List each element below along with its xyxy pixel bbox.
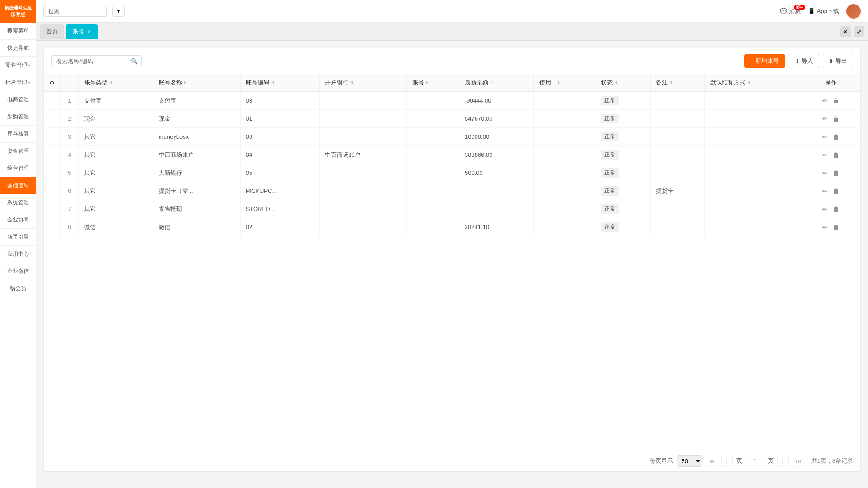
col-bank[interactable]: 开户银行 ⇅ — [319, 74, 406, 92]
page-content: 🔍 + 新增账号 ⬇ 导入 ⬆ 导出 — [36, 41, 868, 488]
phone-icon: 📱 — [808, 8, 815, 14]
sort-icon: ⇅ — [747, 80, 750, 85]
edit-button[interactable]: ✏ — [821, 96, 830, 105]
row-balance — [459, 182, 533, 200]
import-icon: ⬇ — [795, 58, 800, 65]
message-badge: 99+ — [794, 5, 805, 10]
edit-button[interactable]: ✏ — [821, 187, 830, 196]
row-usage — [533, 200, 595, 218]
header-right: 💬 消息 99+ 📱 App下载 — [780, 4, 861, 19]
edit-button[interactable]: ✏ — [821, 132, 830, 141]
row-usage — [533, 128, 595, 146]
toolbar-left: 🔍 — [51, 55, 142, 67]
import-button[interactable]: ⬇ 导入 — [789, 54, 819, 68]
sidebar-item-purchase-mgmt[interactable]: 采购管理 — [0, 108, 36, 126]
app-download-button[interactable]: 📱 App下载 — [808, 7, 839, 15]
export-button[interactable]: ⬆ 导出 — [823, 54, 853, 68]
add-account-button[interactable]: + 新增账号 — [744, 54, 785, 68]
row-usage — [533, 92, 595, 110]
col-balance[interactable]: 最新余额 ⇅ — [459, 74, 533, 92]
row-settings — [44, 128, 61, 146]
sidebar-item-wholesale-mgmt[interactable]: 批发管理 ▾ — [0, 74, 36, 91]
col-account-no[interactable]: 账号 ⇅ — [406, 74, 459, 92]
avatar[interactable] — [846, 4, 861, 19]
tab-close-icon[interactable]: ✕ — [87, 28, 91, 35]
sidebar-item-quick-nav[interactable]: 快捷导航 — [0, 40, 36, 57]
sidebar-item-inventory-check[interactable]: 库存核算 — [0, 126, 36, 143]
sidebar-item-enterprise-agreement[interactable]: 企业协同 — [0, 211, 36, 229]
sidebar-item-member[interactable]: 畅会员 — [0, 280, 36, 297]
delete-button[interactable]: 🗑 — [831, 96, 841, 105]
dropdown-button[interactable]: ▾ — [112, 6, 125, 17]
delete-button[interactable]: 🗑 — [831, 205, 841, 214]
message-icon: 💬 — [780, 8, 787, 14]
sidebar-item-app-center[interactable]: 应用中心 — [0, 246, 36, 263]
row-bank — [319, 200, 406, 218]
col-account-name[interactable]: 账号名称 ⇅ — [153, 74, 240, 92]
delete-button[interactable]: 🗑 — [831, 132, 841, 141]
row-actions: ✏ 🗑 — [801, 200, 860, 218]
page-number-input[interactable] — [746, 456, 764, 466]
chevron-icon: ▾ — [28, 63, 30, 68]
message-button[interactable]: 💬 消息 99+ — [780, 7, 801, 15]
edit-button[interactable]: ✏ — [821, 169, 830, 178]
col-remark[interactable]: 备注 ⇅ — [650, 74, 704, 92]
col-settings[interactable]: ⚙ — [44, 74, 61, 92]
account-search-input[interactable] — [51, 55, 142, 67]
col-account-type[interactable]: 账号类型 ⇅ — [79, 74, 153, 92]
col-account-code[interactable]: 账号编码 ⇅ — [240, 74, 319, 92]
edit-button[interactable]: ✏ — [821, 223, 830, 232]
sidebar-item-retail-mgmt[interactable]: 零售管理 ▾ — [0, 57, 36, 74]
sort-icon: ⇅ — [557, 80, 561, 85]
delete-button[interactable]: 🗑 — [831, 114, 841, 123]
tab-maximize-button[interactable]: ⤢ — [854, 26, 864, 37]
tab-close-all-button[interactable]: ✕ — [840, 26, 851, 37]
sidebar-item-enterprise-wechat[interactable]: 企业微信 — [0, 263, 36, 280]
row-remark — [650, 200, 704, 218]
status-badge: 正常 — [601, 150, 619, 160]
page-size-select[interactable]: 50 20 100 — [677, 455, 702, 467]
row-account-code: STORED... — [240, 200, 319, 218]
header-search-input[interactable] — [43, 6, 107, 17]
status-badge: 正常 — [601, 168, 619, 178]
chevron-icon: ▾ — [28, 80, 30, 85]
sidebar-item-search-menu[interactable]: 搜索菜单 — [0, 23, 36, 40]
row-remark — [650, 146, 704, 164]
sidebar-item-beginner-guide[interactable]: 新手引导 — [0, 229, 36, 246]
delete-button[interactable]: 🗑 — [831, 169, 841, 178]
edit-button[interactable]: ✏ — [821, 205, 830, 214]
sidebar-item-basic-info[interactable]: 基础信息 — [0, 177, 36, 194]
edit-button[interactable]: ✏ — [821, 114, 830, 123]
tab-account[interactable]: 账号 ✕ — [66, 24, 98, 39]
sidebar-item-finance-mgmt[interactable]: 资金管理 — [0, 143, 36, 160]
row-balance: 383866.00 — [459, 146, 533, 164]
col-num — [61, 74, 79, 92]
logo-text: 畅捷通时生意 乐客版 — [5, 5, 32, 18]
col-usage[interactable]: 使用... ⇅ — [533, 74, 595, 92]
sort-icon: ⇅ — [614, 80, 618, 85]
first-page-button[interactable]: ⏮ — [706, 455, 717, 467]
row-account-code: 02 — [240, 218, 319, 236]
col-default-settlement[interactable]: 默认结算方式 ⇅ — [704, 74, 801, 92]
sidebar: 畅捷通时生意 乐客版 搜索菜单 快捷导航 零售管理 ▾ 批发管理 ▾ 电商管理 … — [0, 0, 36, 488]
sidebar-item-ecommerce-mgmt[interactable]: 电商管理 — [0, 91, 36, 108]
table-row: 2 现金 现金 01 547670.00 正常 ✏ 🗑 — [44, 110, 860, 128]
col-status[interactable]: 状态 ⇅ — [595, 74, 651, 92]
row-default-settlement — [704, 110, 801, 128]
delete-button[interactable]: 🗑 — [831, 187, 841, 196]
edit-button[interactable]: ✏ — [821, 150, 830, 160]
row-account-type: 其它 — [79, 182, 153, 200]
row-account-no — [406, 128, 459, 146]
toolbar: 🔍 + 新增账号 ⬇ 导入 ⬆ 导出 — [44, 48, 860, 74]
search-icon[interactable]: 🔍 — [131, 58, 138, 65]
sidebar-item-operation-mgmt[interactable]: 经营管理 — [0, 160, 36, 177]
prev-page-button[interactable]: ‹ — [721, 455, 733, 467]
last-page-button[interactable]: ⏭ — [793, 455, 804, 467]
row-account-code: 05 — [240, 164, 319, 182]
next-page-button[interactable]: › — [777, 455, 789, 467]
sort-icon: ⇅ — [271, 80, 274, 85]
tab-home[interactable]: 首页 — [40, 24, 64, 39]
delete-button[interactable]: 🗑 — [831, 223, 841, 232]
sidebar-item-system-mgmt[interactable]: 系统管理 — [0, 194, 36, 211]
delete-button[interactable]: 🗑 — [831, 150, 841, 160]
